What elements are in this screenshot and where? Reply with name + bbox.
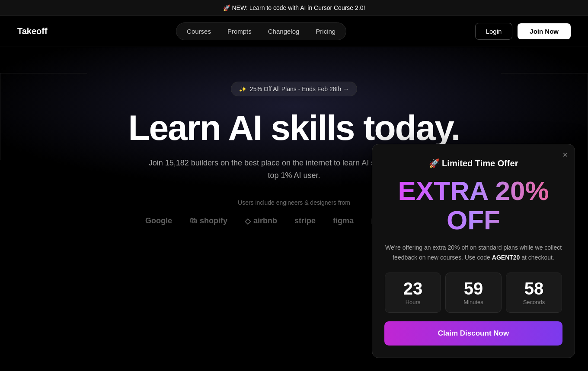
- popup-header-text: Limited Time Offer: [442, 159, 518, 168]
- nav-changelog[interactable]: Changelog: [260, 25, 307, 38]
- popup-code: AGENT20: [492, 254, 520, 261]
- banner-link[interactable]: NEW: Learn to code with AI in Cursor Cou…: [232, 4, 365, 11]
- banner-emoji: 🚀: [223, 4, 230, 11]
- popup-header: 🚀 Limited Time Offer: [384, 158, 562, 168]
- nav-courses[interactable]: Courses: [179, 25, 219, 38]
- companies-label: Users include engineers & designers from: [238, 199, 350, 206]
- countdown-row: 23 Hours 59 Minutes 58 Seconds: [384, 273, 562, 313]
- countdown-hours: 23 Hours: [385, 273, 441, 313]
- nav-right: Login Join Now: [475, 23, 571, 40]
- popup-overlay: × 🚀 Limited Time Offer EXTRA 20% OFF We'…: [372, 144, 575, 358]
- popup-big-text: EXTRA 20% OFF: [384, 176, 562, 235]
- seconds-label: Seconds: [506, 299, 562, 305]
- minutes-value: 59: [446, 280, 501, 297]
- nav-prompts[interactable]: Prompts: [220, 25, 259, 38]
- hero-title: Learn AI skills today.: [128, 109, 460, 146]
- company-stripe: stripe: [294, 216, 316, 225]
- top-banner: 🚀 NEW: Learn to code with AI in Cursor C…: [0, 0, 588, 16]
- main-nav: Courses Prompts Changelog Pricing: [176, 22, 346, 40]
- badge-text: 25% Off All Plans - Ends Feb 28th →: [250, 86, 349, 92]
- countdown-seconds: 58 Seconds: [506, 273, 562, 313]
- company-figma: figma: [333, 216, 354, 225]
- nav-pricing[interactable]: Pricing: [308, 25, 343, 38]
- hours-label: Hours: [385, 299, 441, 305]
- claim-button[interactable]: Claim Discount Now: [384, 321, 562, 346]
- company-google: Google: [145, 216, 172, 225]
- popup-close-button[interactable]: ×: [562, 150, 568, 159]
- logo: Takeoff: [17, 26, 48, 36]
- countdown-minutes: 59 Minutes: [445, 273, 502, 313]
- company-shopify: 🛍 shopify: [189, 216, 227, 225]
- company-airbnb: ◇ airbnb: [245, 216, 277, 226]
- popup-header-emoji: 🚀: [429, 159, 440, 168]
- minutes-label: Minutes: [446, 299, 501, 305]
- hours-value: 23: [385, 280, 441, 297]
- popup-desc-2: at checkout.: [520, 254, 554, 261]
- header: Takeoff Courses Prompts Changelog Pricin…: [0, 16, 588, 47]
- discount-badge[interactable]: ✨ 25% Off All Plans - Ends Feb 28th →: [231, 82, 357, 96]
- seconds-value: 58: [506, 280, 562, 297]
- login-button[interactable]: Login: [475, 23, 513, 40]
- popup-desc: We're offering an extra 20% off on stand…: [384, 243, 562, 262]
- join-button[interactable]: Join Now: [518, 23, 571, 39]
- badge-emoji: ✨: [239, 86, 246, 92]
